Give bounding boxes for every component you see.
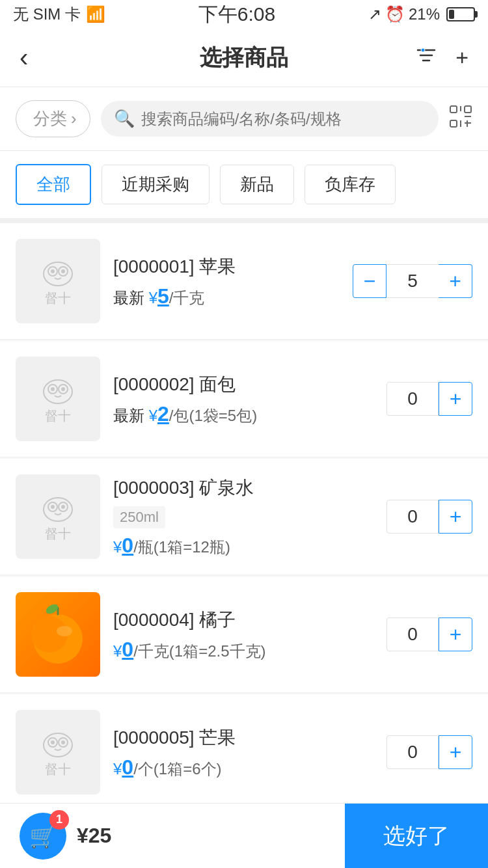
qty-plus-button-0000001[interactable]: +: [439, 264, 472, 298]
owl-logo: 督十: [38, 256, 77, 307]
svg-point-25: [51, 505, 55, 509]
category-arrow: ›: [71, 109, 77, 129]
product-info-0000004: [0000004] 橘子 ¥0/千克(1箱=2.5千克): [113, 608, 373, 662]
add-product-button[interactable]: +: [455, 45, 468, 70]
svg-point-22: [44, 498, 72, 521]
product-price-0000004: ¥0/千克(1箱=2.5千克): [113, 638, 373, 662]
product-item-0000005: 督十 [0000005] 芒果 ¥0/个(1箱=6个) 0 +: [0, 694, 488, 811]
product-price-0000005: ¥0/个(1箱=6个): [113, 755, 373, 780]
product-image-0000005: 督十: [16, 710, 100, 794]
search-input[interactable]: [141, 110, 426, 128]
product-name-0000001: [0000001] 苹果: [113, 254, 340, 279]
category-button[interactable]: 分类 ›: [16, 100, 90, 137]
product-item-0000003: 督十 [0000003] 矿泉水 250ml ¥0/瓶(1箱=12瓶) 0 +: [0, 459, 488, 575]
qty-plus-button-0000004[interactable]: +: [439, 617, 472, 651]
back-button[interactable]: ‹: [20, 43, 28, 72]
svg-point-21: [61, 387, 65, 391]
product-price-0000003: ¥0/瓶(1箱=12瓶): [113, 534, 373, 558]
qty-display-0000003: 0: [386, 500, 439, 534]
nav-right: +: [416, 45, 468, 70]
qty-minus-button-0000001[interactable]: −: [353, 264, 386, 298]
product-name-0000002: [0000002] 面包: [113, 372, 373, 397]
svg-point-33: [44, 733, 72, 757]
search-input-wrap: 🔍: [101, 101, 439, 137]
qty-control-0000005: 0 +: [386, 735, 472, 769]
product-price-0000001: 最新 ¥5/千克: [113, 284, 340, 308]
filter-tabs: 全部 近期采购 新品 负库存: [0, 151, 488, 223]
svg-point-16: [61, 269, 65, 273]
qty-control-0000004: 0 +: [386, 617, 472, 651]
filter-icon[interactable]: [416, 46, 436, 70]
qty-plus-button-0000005[interactable]: +: [439, 735, 472, 769]
product-spec-0000003: 250ml: [113, 506, 165, 528]
brand-text: 督十: [45, 290, 71, 307]
cart-section: 🛒 1 ¥25: [0, 813, 345, 860]
alarm-icon: ⏰: [385, 5, 405, 23]
qty-input-0000001[interactable]: [386, 264, 439, 298]
product-item-0000004: [0000004] 橘子 ¥0/千克(1箱=2.5千克) 0 +: [0, 576, 488, 693]
qty-control-0000002: 0 +: [386, 382, 472, 416]
svg-point-26: [61, 505, 65, 509]
svg-point-15: [51, 269, 55, 273]
bottom-bar: 🛒 1 ¥25 选好了: [0, 803, 488, 868]
svg-point-37: [61, 740, 65, 744]
svg-point-17: [44, 380, 72, 403]
svg-rect-5: [465, 106, 471, 113]
qty-control-0000001: − +: [353, 264, 472, 298]
nav-left: ‹: [20, 43, 28, 72]
battery-icon: [446, 7, 475, 21]
tab-new[interactable]: 新品: [220, 165, 294, 204]
status-left: 无 SIM 卡 📶: [13, 4, 105, 25]
product-name-0000004: [0000004] 橘子: [113, 608, 373, 632]
time-label: 下午6:08: [198, 1, 275, 28]
tab-recent[interactable]: 近期采购: [102, 165, 210, 204]
search-bar-area: 分类 › 🔍: [0, 87, 488, 151]
page-title: 选择商品: [200, 43, 288, 73]
product-name-0000003: [0000003] 矿泉水: [113, 476, 373, 500]
product-item-0000002: 督十 [0000002] 面包 最新 ¥2/包(1袋=5包) 0 +: [0, 341, 488, 457]
product-item-0000001: 督十 [0000001] 苹果 最新 ¥5/千克 − +: [0, 223, 488, 340]
owl-logo-2: 督十: [38, 373, 77, 425]
status-right: ↗ ⏰ 21%: [368, 5, 475, 23]
qty-plus-button-0000003[interactable]: +: [439, 500, 472, 534]
tab-all[interactable]: 全部: [16, 164, 91, 205]
product-list: 督十 [0000001] 苹果 最新 ¥5/千克 − +: [0, 223, 488, 868]
search-icon: 🔍: [114, 109, 135, 129]
product-image-0000003: 督十: [16, 474, 100, 559]
svg-rect-6: [450, 120, 457, 127]
product-image-0000001: 督十: [16, 239, 100, 323]
svg-point-20: [51, 387, 55, 391]
qty-display-0000004: 0: [386, 617, 439, 651]
category-label: 分类: [33, 107, 67, 130]
svg-point-3: [421, 48, 425, 52]
owl-logo-3: 督十: [38, 491, 77, 543]
product-image-0000004: [16, 592, 100, 677]
qty-display-0000002: 0: [386, 382, 439, 416]
wifi-icon: 📶: [86, 5, 105, 23]
location-icon: ↗: [368, 5, 381, 23]
carrier-label: 无 SIM 卡: [13, 4, 81, 25]
qty-plus-button-0000002[interactable]: +: [439, 382, 472, 416]
qty-display-0000005: 0: [386, 735, 439, 769]
scan-icon[interactable]: [449, 105, 472, 133]
confirm-button[interactable]: 选好了: [345, 804, 488, 869]
product-info-0000002: [0000002] 面包 最新 ¥2/包(1袋=5包): [113, 372, 373, 426]
product-price-0000002: 最新 ¥2/包(1袋=5包): [113, 402, 373, 426]
svg-rect-4: [450, 106, 457, 113]
battery-label: 21%: [409, 5, 440, 23]
svg-point-12: [44, 262, 72, 286]
svg-point-36: [51, 740, 55, 744]
product-name-0000005: [0000005] 芒果: [113, 726, 373, 750]
product-info-0000005: [0000005] 芒果 ¥0/个(1箱=6个): [113, 726, 373, 780]
product-info-0000001: [0000001] 苹果 最新 ¥5/千克: [113, 254, 340, 308]
status-bar: 无 SIM 卡 📶 下午6:08 ↗ ⏰ 21%: [0, 0, 488, 29]
product-image-0000002: 督十: [16, 357, 100, 441]
svg-point-30: [57, 626, 72, 636]
owl-logo-5: 督十: [38, 727, 77, 778]
tab-negative[interactable]: 负库存: [305, 165, 396, 204]
nav-bar: ‹ 选择商品 +: [0, 29, 488, 87]
cart-badge: 1: [49, 810, 69, 830]
cart-total: ¥25: [77, 824, 111, 848]
cart-button[interactable]: 🛒 1: [20, 813, 66, 860]
product-info-0000003: [0000003] 矿泉水 250ml ¥0/瓶(1箱=12瓶): [113, 476, 373, 558]
